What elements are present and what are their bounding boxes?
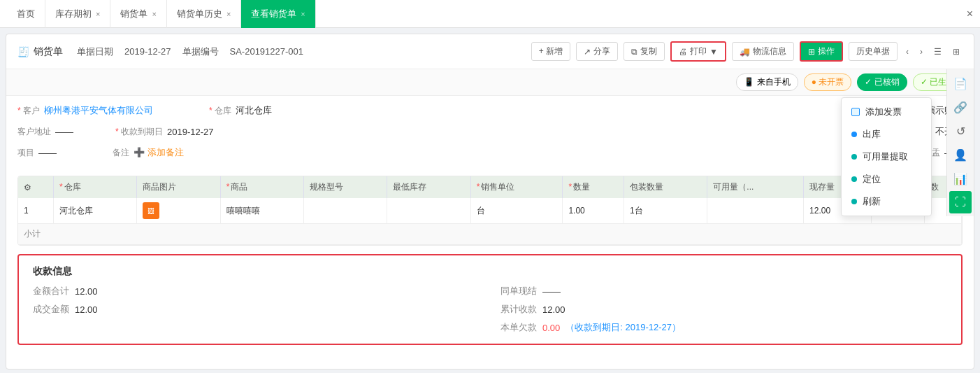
row-warehouse: 河北仓库 [54, 198, 137, 224]
doc-actions: + 新增 ↗ 分享 ⧉ 复制 🖨 打印 ▼ 🚚 物流信息 ⊞ 操作 [531, 41, 963, 62]
row-quantity: 1.00 [563, 198, 624, 224]
menu-available-qty[interactable]: 可用量提取 [842, 146, 931, 168]
nav-prev[interactable]: ‹ [903, 45, 911, 58]
address-field: 客户地址 —— [17, 126, 73, 138]
th-unit: *销售单位 [470, 176, 563, 198]
same-order-settle-item: 同单现结 —— [500, 285, 947, 297]
truck-icon: 🚚 [740, 47, 750, 57]
th-warehouse: *仓库 [54, 176, 137, 198]
sidebar-chart-icon[interactable]: 📊 [949, 167, 972, 190]
sidebar-user-icon[interactable]: 👤 [949, 143, 972, 166]
new-button[interactable]: + 新增 [531, 42, 570, 61]
row-pack-qty: 1台 [624, 198, 707, 224]
add-notes-btn[interactable]: ➕ 添加备注 [134, 146, 184, 159]
payment-due-field: 收款到期日 2019-12-27 [115, 126, 214, 138]
th-quantity: *数量 [563, 176, 624, 198]
tab-close-inventory-init[interactable]: × [96, 10, 100, 18]
checkbox-icon [851, 108, 860, 116]
dot-teal-icon-2 [851, 176, 857, 182]
payment-due-label: 收款到期日 [115, 126, 163, 138]
print-dropdown-arrow: ▼ [709, 47, 718, 57]
payment-due-value: 2019-12-27 [167, 127, 214, 137]
form-row-2: 客户地址 —— 收款到期日 2019-12-27 票据类型 不开票 [17, 125, 963, 138]
view-toggle-grid[interactable]: ⊞ [950, 45, 963, 58]
same-order-label: 同单现结 [500, 285, 537, 297]
tab-inventory-init[interactable]: 库存期初 × [45, 0, 110, 28]
menu-refresh[interactable]: 刷新 [842, 190, 931, 213]
row-product-img: 🖼 [137, 198, 220, 224]
date-value: 2019-12-27 [124, 46, 171, 57]
tab-view-sales-order[interactable]: 查看销货单 × [241, 0, 315, 28]
sidebar-return-icon[interactable]: ↺ [949, 120, 972, 142]
tab-sales-history[interactable]: 销货单历史 × [167, 0, 241, 28]
notes-field: 备注 ➕ 添加备注 [113, 146, 184, 159]
th-min-stock: 最低库存 [387, 176, 470, 198]
copy-button[interactable]: ⧉ 复制 [624, 42, 665, 61]
status-no-invoice[interactable]: ● 未开票 [804, 73, 852, 91]
table-header-row: ⚙ *仓库 商品图片 *商品 规格型号 最低库存 *销售单位 *数量 包装数量 … [18, 176, 962, 198]
total-amount-item: 金额合计 12.00 [33, 285, 480, 297]
dot-teal-icon-1 [851, 154, 857, 160]
operation-dropdown: 添加发票 出库 可用量提取 定位 刷新 [841, 97, 932, 216]
current-owed-extra: （收款到期日: 2019-12-27） [565, 321, 681, 334]
table-row: 1 河北仓库 🖼 嘻嘻嘻嘻 台 1.00 1台 12.00 0. [18, 198, 962, 224]
th-gear[interactable]: ⚙ [18, 176, 54, 198]
menu-outbound[interactable]: 出库 [842, 123, 931, 146]
subtotal-label: 小计 [18, 224, 962, 245]
sidebar-doc-icon[interactable]: 📄 [949, 72, 972, 94]
menu-add-invoice[interactable]: 添加发票 [842, 101, 931, 123]
doc-meta: 单据日期 2019-12-27 单据编号 SA-20191227-001 [77, 45, 303, 58]
current-owed-value: 0.00 [542, 323, 560, 333]
tab-sales-order[interactable]: 销货单 × [110, 0, 166, 28]
cumulative-value: 12.00 [542, 304, 565, 315]
payment-grid: 金额合计 12.00 同单现结 —— 成交金额 12.00 累计收款 12.00… [33, 285, 947, 334]
gear-icon: ⚙ [24, 183, 31, 192]
row-unit: 台 [470, 198, 563, 224]
project-field: 项目 —— [17, 147, 57, 159]
row-product: 嘻嘻嘻嘻 [220, 198, 303, 224]
doc-icon: 🧾 [17, 46, 29, 57]
doc-title: 销货单 [34, 45, 63, 58]
current-owed-label: 本单欠款 [500, 321, 537, 334]
dot-teal-icon-3 [851, 199, 857, 204]
operation-button[interactable]: ⊞ 操作 [800, 41, 843, 62]
project-value: —— [38, 148, 57, 158]
view-toggle-list[interactable]: ☰ [931, 45, 944, 58]
total-amount-label: 金额合计 [33, 285, 69, 297]
total-amount-value: 12.00 [75, 286, 98, 297]
row-min-stock [387, 198, 470, 224]
number-label: 单据编号 [182, 45, 219, 58]
plus-icon: ➕ [134, 147, 147, 157]
row-available [707, 198, 804, 224]
tab-close-sales-history[interactable]: × [226, 10, 231, 18]
share-button[interactable]: ↗ 分享 [576, 42, 618, 61]
mobile-icon: 📱 [744, 77, 754, 87]
tab-close-view-sales[interactable]: × [301, 10, 305, 18]
menu-locate[interactable]: 定位 [842, 168, 931, 190]
status-from-mobile[interactable]: 📱 来自手机 [736, 73, 798, 91]
sidebar-expand-icon[interactable]: ⛶ [949, 191, 972, 213]
th-available: 可用量（... [707, 176, 804, 198]
customer-value[interactable]: 柳州粤港平安气体有限公司 [44, 104, 153, 117]
th-product-img: 商品图片 [137, 176, 220, 198]
doc-header: 🧾 销货单 单据日期 2019-12-27 单据编号 SA-20191227-0… [6, 34, 974, 69]
print-button[interactable]: 🖨 打印 ▼ [670, 41, 726, 62]
nav-next[interactable]: › [917, 45, 925, 58]
status-area: 📱 来自手机 ● 未开票 ✓ 已核销 ✓ 已生效 [6, 69, 974, 96]
check-icon: ✓ [865, 77, 872, 87]
warehouse-field: 仓库 河北仓库 [209, 104, 272, 117]
form-area: 客户 柳州粤港平安气体有限公司 仓库 河北仓库 业务员 演示账号 客户地址 ——… [6, 96, 974, 176]
transaction-label: 成交金额 [33, 303, 69, 316]
th-pack-qty: 包装数量 [624, 176, 707, 198]
notes-label: 备注 [113, 147, 129, 159]
tab-close-sales-order[interactable]: × [152, 10, 156, 18]
sidebar-link-icon[interactable]: 🔗 [949, 96, 972, 118]
warehouse-label: 仓库 [209, 105, 231, 117]
history-button[interactable]: 历史单据 [849, 42, 898, 61]
window-close-button[interactable]: × [967, 8, 973, 20]
logistics-button[interactable]: 🚚 物流信息 [732, 42, 794, 61]
tab-home[interactable]: 首页 [7, 0, 45, 28]
status-verified[interactable]: ✓ 已核销 [857, 73, 907, 91]
same-order-value: —— [542, 286, 561, 297]
doc-title-area: 🧾 销货单 [17, 45, 63, 58]
